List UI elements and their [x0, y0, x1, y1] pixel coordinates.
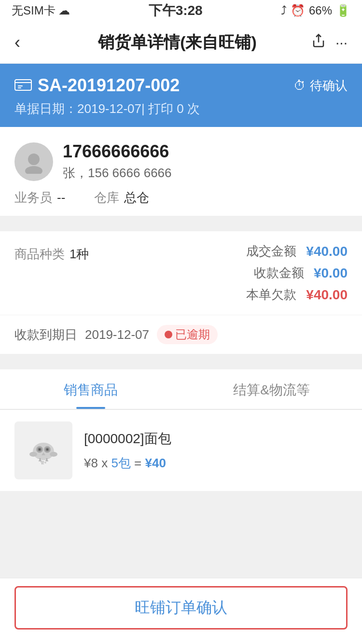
order-date-line: 单据日期：2019-12-07| 打印 0 次	[14, 100, 348, 117]
status-text: 待确认	[310, 77, 348, 94]
sim-status: 无SIM卡 ☁	[12, 3, 70, 18]
due-date-label: 收款到期日	[14, 326, 77, 343]
battery-icon: 🔋	[336, 4, 350, 17]
product-info: [0000002]面包 ¥8 x 5包 = ¥40	[84, 430, 348, 472]
order-date: 2019-12-07	[77, 101, 141, 116]
stats-section: 商品种类 1种 成交金额 ¥40.00 收款金额 ¥0.00 本单欠款 ¥40.…	[0, 231, 362, 315]
confirm-order-button[interactable]: 旺铺订单确认	[14, 586, 348, 630]
nav-bar: ‹ 销货单详情(来自旺铺) ···	[0, 21, 362, 64]
product-total: ¥40	[145, 456, 166, 470]
avatar	[14, 142, 53, 181]
warehouse-item: 仓库 总仓	[94, 189, 149, 206]
stat-name-0: 成交金额	[246, 243, 296, 260]
stats-left: 商品种类 1种	[14, 243, 246, 263]
warehouse-label: 仓库	[94, 189, 119, 206]
customer-section: 17666666666 张，156 6666 6666 业务员 -- 仓库 总仓	[0, 127, 362, 216]
overdue-badge: 已逾期	[157, 325, 218, 344]
stat-amount-0: ¥40.00	[306, 244, 348, 259]
product-type-value: 1种	[70, 246, 89, 263]
product-equals: =	[131, 456, 145, 470]
stat-amount-1: ¥0.00	[314, 266, 348, 281]
product-qty: 5包	[111, 456, 130, 470]
location-icon: ⤴	[281, 4, 287, 17]
back-button[interactable]: ‹	[14, 32, 43, 53]
tab-settlement[interactable]: 结算&物流等	[181, 369, 362, 409]
stat-row-0: 成交金额 ¥40.00	[246, 243, 348, 260]
stat-name-1: 收款金额	[254, 265, 304, 281]
salesman-item: 业务员 --	[14, 189, 65, 206]
bottom-bar: 旺铺订单确认	[0, 578, 362, 644]
page-title: 销货单详情(来自旺铺)	[98, 31, 257, 54]
divider-2	[0, 354, 362, 362]
product-item: 管+ [0000002]面包 ¥8 x 5包 = ¥40	[0, 410, 362, 491]
product-name: [0000002]面包	[84, 430, 348, 448]
more-icon[interactable]: ···	[335, 34, 348, 51]
product-price-row: ¥8 x 5包 = ¥40	[84, 455, 348, 472]
status-time: 下午3:28	[149, 1, 203, 20]
order-banner-top: SA-20191207-002 ⏱ 待确认	[14, 75, 348, 96]
share-icon[interactable]	[311, 33, 326, 51]
svg-point-2	[28, 154, 40, 165]
alarm-icon: ⏰	[291, 4, 305, 17]
stat-row-2: 本单欠款 ¥40.00	[246, 286, 348, 303]
customer-name: 张，156 6666 6666	[63, 165, 348, 182]
nav-actions: ···	[311, 33, 348, 51]
order-icon	[14, 75, 32, 96]
svg-point-10	[46, 448, 48, 450]
customer-info: 17666666666 张，156 6666 6666	[63, 141, 348, 182]
svg-point-12	[29, 452, 37, 457]
salesman-label: 业务员	[14, 189, 52, 206]
tab-sales-product[interactable]: 销售商品	[0, 369, 181, 409]
tabs-section: 销售商品 结算&物流等	[0, 369, 362, 410]
product-section: 管+ [0000002]面包 ¥8 x 5包 = ¥40	[0, 410, 362, 491]
status-left: 无SIM卡 ☁	[12, 3, 70, 18]
stat-name-2: 本单欠款	[246, 286, 296, 303]
stat-amount-2: ¥40.00	[306, 287, 348, 303]
due-date-section: 收款到期日 2019-12-07 已逾期	[0, 315, 362, 354]
product-price: ¥8 x	[84, 456, 111, 470]
due-date-value: 2019-12-07	[85, 327, 149, 342]
print-info: | 打印 0 次	[141, 101, 200, 116]
warehouse-value: 总仓	[124, 189, 149, 206]
stats-right: 成交金额 ¥40.00 收款金额 ¥0.00 本单欠款 ¥40.00	[246, 243, 348, 303]
battery-level: 66%	[309, 4, 332, 17]
svg-point-9	[39, 448, 41, 450]
product-thumbnail: 管+	[14, 421, 72, 479]
status-time-icon: ⏱	[293, 78, 306, 93]
customer-row: 17666666666 张，156 6666 6666	[14, 141, 348, 182]
order-status: ⏱ 待确认	[293, 77, 348, 94]
overdue-text: 已逾期	[175, 327, 210, 342]
stat-row-1: 收款金额 ¥0.00	[254, 265, 348, 281]
status-right: ⤴ ⏰ 66% 🔋	[281, 4, 350, 17]
svg-point-13	[50, 452, 57, 457]
overdue-dot-icon	[165, 331, 172, 338]
svg-text:管+: 管+	[41, 461, 47, 465]
status-bar: 无SIM卡 ☁ 下午3:28 ⤴ ⏰ 66% 🔋	[0, 0, 362, 21]
salesman-value: --	[57, 190, 65, 205]
customer-phone: 17666666666	[63, 141, 348, 162]
divider-1	[0, 216, 362, 224]
date-label: 单据日期：	[14, 101, 77, 116]
svg-rect-1	[15, 80, 31, 90]
svg-point-3	[25, 166, 42, 174]
svg-point-4	[33, 443, 54, 460]
order-banner: SA-20191207-002 ⏱ 待确认 单据日期：2019-12-07| 打…	[0, 64, 362, 127]
order-id: SA-20191207-002	[14, 75, 180, 96]
product-type-label: 商品种类	[14, 246, 65, 263]
meta-row: 业务员 -- 仓库 总仓	[14, 189, 348, 206]
